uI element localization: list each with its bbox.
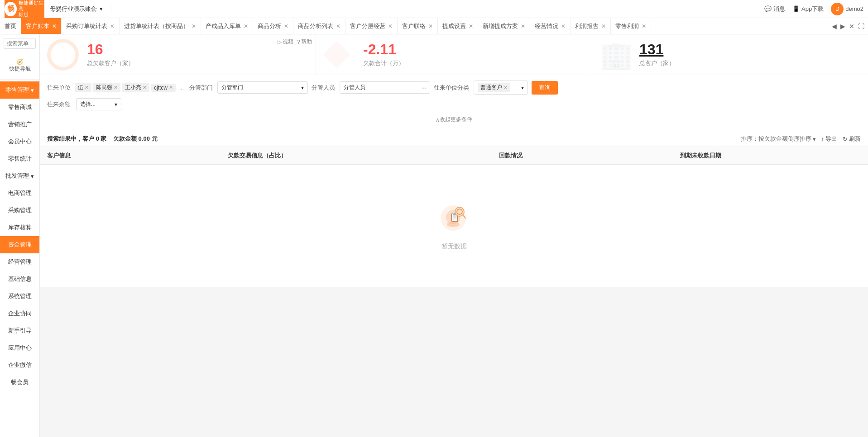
close-icon[interactable]: ✕ xyxy=(336,23,340,29)
close-icon[interactable]: ✕ xyxy=(601,23,606,29)
sidebar-item-retail-mall[interactable]: 零售商城 xyxy=(0,99,39,116)
sidebar-item-app-center[interactable]: 应用中心 xyxy=(0,339,39,356)
tab-add-commission[interactable]: 新增提成方案 ✕ xyxy=(478,18,530,34)
top-bar: 畅 畅捷通好生意 标版 母婴行业演示账套 ▾ 💬 消息 📱 App下载 D de… xyxy=(0,0,868,18)
stat-label-debt: 欠款合计（万） xyxy=(363,59,404,67)
sidebar-item-quick-nav[interactable]: 🧭 快捷导航 xyxy=(0,55,39,76)
sidebar-item-ecommerce[interactable]: 电商管理 xyxy=(0,185,39,202)
help-link[interactable]: ? 帮助 xyxy=(297,38,312,46)
tab-stock-by-product[interactable]: 进货单统计表（按商品） ✕ xyxy=(120,18,201,34)
refresh-icon: ↻ xyxy=(843,136,848,142)
tab-finished-goods[interactable]: 产成品入库单 ✕ xyxy=(201,18,253,34)
user-menu[interactable]: D demo2 xyxy=(831,3,863,15)
sidebar-item-purchase[interactable]: 采购管理 xyxy=(0,202,39,219)
tab-operations[interactable]: 经营情况 ✕ xyxy=(530,18,571,34)
sidebar-item-member[interactable]: 畅会员 xyxy=(0,374,39,391)
stat-value-customers: 16 xyxy=(87,42,134,57)
sidebar-item-member-center[interactable]: 会员中心 xyxy=(0,133,39,150)
account-selector[interactable]: 母婴行业演示账套 ▾ xyxy=(44,5,111,13)
tag-close-chen[interactable]: ✕ xyxy=(114,85,118,90)
tab-fullscreen-icon[interactable]: ⛶ xyxy=(856,21,866,32)
close-icon[interactable]: ✕ xyxy=(428,23,433,29)
export-button[interactable]: ↑ 导出 xyxy=(821,135,838,143)
chevron-down-icon: ▾ xyxy=(115,101,117,108)
sidebar-item-wholesale[interactable]: 批发管理 ▾ xyxy=(0,167,39,185)
play-icon: ▷ xyxy=(278,39,282,45)
tab-prev-icon[interactable]: ◀ xyxy=(830,21,839,32)
tab-purchase-order[interactable]: 采购订单统计表 ✕ xyxy=(62,18,120,34)
tag-close-normal[interactable]: ✕ xyxy=(504,85,508,90)
col-debt-info: 欠款交易信息（占比） xyxy=(228,152,499,160)
table-header: 客户信息 欠款交易信息（占比） 回款情况 到期未收款日期 xyxy=(40,147,868,165)
stat-label-customers: 总欠款客户（家） xyxy=(87,59,134,67)
export-icon: ↑ xyxy=(821,136,825,142)
tab-goods-analysis[interactable]: 商品分析 ✕ xyxy=(253,18,293,34)
person-dropdown[interactable]: 分管人员 ··· xyxy=(340,81,430,94)
close-icon[interactable]: ✕ xyxy=(284,23,288,29)
sidebar-item-wechat[interactable]: 企业微信 xyxy=(0,356,39,374)
stat-total-debt: -2.11 欠款合计（万） xyxy=(316,34,592,75)
tab-retail-profit[interactable]: 零售利润 ✕ xyxy=(611,18,651,34)
empty-icon: 📋 xyxy=(436,201,472,237)
tab-profit-report[interactable]: 利润报告 ✕ xyxy=(571,18,611,34)
tab-close-all-icon[interactable]: ✕ xyxy=(847,21,856,32)
chevron-down-icon: ▾ xyxy=(521,85,524,91)
dept-filter-label: 分管部门 xyxy=(189,84,213,92)
video-link[interactable]: ▷ 视频 xyxy=(278,38,293,46)
filter-row-2: 往来余额 选择... ▾ xyxy=(47,98,861,110)
close-icon[interactable]: ✕ xyxy=(561,23,566,29)
tag-close-wang[interactable]: ✕ xyxy=(143,85,147,90)
compass-icon: 🧭 xyxy=(16,59,23,65)
tab-commission-settings[interactable]: 提成设置 ✕ xyxy=(438,18,478,34)
sidebar-item-marketing[interactable]: 营销推广 xyxy=(0,116,39,133)
data-table: 客户信息 欠款交易信息（占比） 回款情况 到期未收款日期 📋 暂无数据 xyxy=(40,147,868,287)
chevron-down-icon: ▾ xyxy=(31,87,34,94)
unit-tag-cjttcw: cjttcw ✕ xyxy=(151,84,176,92)
close-icon[interactable]: ✕ xyxy=(244,23,248,29)
tab-home[interactable]: 首页 xyxy=(0,18,21,34)
tag-close-cjttcw[interactable]: ✕ xyxy=(169,85,173,90)
search-input[interactable] xyxy=(4,38,36,49)
query-button[interactable]: 查询 xyxy=(532,81,558,95)
sidebar-item-operations[interactable]: 经营管理 xyxy=(0,253,39,271)
more-options-icon[interactable]: ··· xyxy=(422,85,426,91)
sidebar-item-finance[interactable]: 资金管理 xyxy=(0,236,39,253)
collapse-button[interactable]: ∧ 收起更多条件 xyxy=(430,114,478,125)
filter-area: 往来单位 伍 ✕ 陈民强 ✕ 王小亮 ✕ xyxy=(40,75,868,131)
refresh-button[interactable]: ↻ 刷新 xyxy=(843,135,861,143)
unit-class-dropdown[interactable]: 普通客户 ✕ ▾ xyxy=(474,81,528,95)
close-icon[interactable]: ✕ xyxy=(388,23,393,29)
tab-next-icon[interactable]: ▶ xyxy=(839,21,847,32)
sidebar-item-retail[interactable]: 零售管理 ▾ xyxy=(0,81,39,99)
close-icon[interactable]: ✕ xyxy=(521,23,525,29)
tab-customer-contact[interactable]: 客户联络 ✕ xyxy=(398,18,438,34)
download-icon: 📱 xyxy=(792,5,800,12)
sort-selector[interactable]: 排序：按欠款金额倒序排序 ▾ xyxy=(741,135,816,143)
close-icon[interactable]: ✕ xyxy=(642,23,646,29)
sidebar-quick-nav: 🧭 快捷导航 xyxy=(0,52,39,80)
close-icon[interactable]: ✕ xyxy=(110,23,115,29)
tab-goods-analysis-list[interactable]: 商品分析列表 ✕ xyxy=(293,18,345,34)
close-icon[interactable]: ✕ xyxy=(469,23,473,29)
tab-customer-ledger[interactable]: 客户账本 ✕ xyxy=(21,18,62,34)
app-download-button[interactable]: 📱 App下载 xyxy=(792,5,824,13)
chevron-down-icon: ▾ xyxy=(301,85,304,91)
sidebar-item-basic-info[interactable]: 基础信息 xyxy=(0,271,39,288)
sidebar-item-enterprise[interactable]: 企业协同 xyxy=(0,305,39,322)
unit-tag-chen: 陈民强 ✕ xyxy=(93,83,120,92)
tab-customer-tier[interactable]: 客户分层经营 ✕ xyxy=(345,18,398,34)
sidebar-item-system[interactable]: 系统管理 xyxy=(0,288,39,305)
close-icon[interactable]: ✕ xyxy=(192,23,196,29)
balance-filter-label: 往来余额 xyxy=(47,100,71,109)
sidebar-item-retail-stats[interactable]: 零售统计 xyxy=(0,150,39,167)
person-filter-label: 分管人员 xyxy=(312,84,335,92)
sidebar-item-guide[interactable]: 新手引导 xyxy=(0,322,39,339)
more-tags[interactable]: ... xyxy=(177,84,186,92)
close-icon[interactable]: ✕ xyxy=(52,23,57,29)
dept-dropdown[interactable]: 分管部门 ▾ xyxy=(217,81,308,94)
chevron-down-icon: ▾ xyxy=(100,5,103,12)
balance-dropdown[interactable]: 选择... ▾ xyxy=(76,98,121,110)
sidebar-item-inventory[interactable]: 库存核算 xyxy=(0,219,39,236)
tag-close-wu[interactable]: ✕ xyxy=(85,85,89,90)
message-button[interactable]: 💬 消息 xyxy=(764,5,785,13)
